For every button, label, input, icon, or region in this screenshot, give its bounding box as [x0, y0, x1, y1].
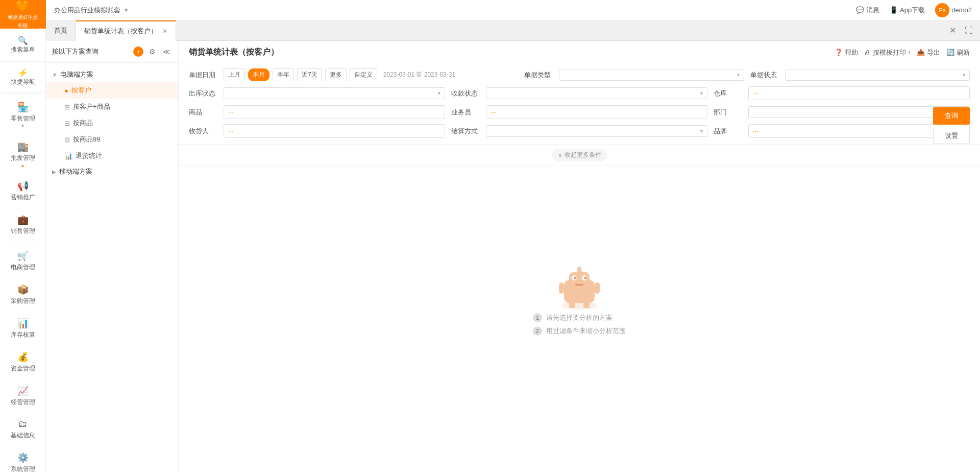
message-btn[interactable]: 💬 消息: [856, 6, 879, 15]
warehouse-field: 仓库 ···: [714, 86, 970, 100]
tip-num-1: 1: [533, 313, 542, 322]
customer-product-icon: ⊞: [64, 103, 70, 111]
query-btn[interactable]: 查询: [933, 107, 970, 125]
doc-type-select[interactable]: ▾: [559, 69, 744, 81]
receiver-select[interactable]: ···: [224, 124, 445, 138]
product-select[interactable]: ···: [224, 105, 445, 119]
system-name: 办公用品行业模拟账套: [54, 6, 120, 15]
product-placeholder: ···: [228, 108, 234, 116]
svg-point-13: [577, 267, 581, 271]
purchase-icon: 📦: [17, 284, 29, 295]
tab-sales-stats[interactable]: 销货单统计表（按客户） ✕: [76, 20, 176, 41]
doc-status-field: 单据状态 ▾: [750, 69, 970, 81]
settlement-arrow: ▾: [700, 128, 703, 134]
refresh-icon: 🔄: [946, 49, 954, 56]
add-scheme-btn[interactable]: +: [133, 46, 143, 57]
tree-child-return-stats[interactable]: 📊 退货统计: [46, 148, 178, 164]
sidebar-item-purchase[interactable]: 📦 采购管理: [0, 278, 45, 312]
retail-icon: 🏪: [17, 102, 29, 113]
sales-icon: 💼: [17, 214, 29, 225]
tree-child-by-customer-product-label: 按客户+商品: [73, 102, 110, 111]
date-btn-7days[interactable]: 近7天: [297, 68, 322, 81]
sidebar-item-quicknav[interactable]: ⚡ 快捷导航: [0, 62, 45, 93]
sidebar-item-search[interactable]: 🔍 搜索菜单: [0, 29, 45, 62]
tab-close-all-btn[interactable]: ✕: [946, 25, 959, 37]
brand-field: 品牌 ···: [714, 124, 970, 138]
sidebar-item-retail[interactable]: 🏪 零售管理 ▾: [0, 96, 45, 135]
sidebar-item-ecommerce[interactable]: 🛒 电商管理: [0, 244, 45, 278]
date-btn-custom[interactable]: 自定义: [350, 68, 377, 81]
empty-state: 1 请先选择要分析的方案 2 用过滤条件来缩小分析范围: [179, 166, 980, 472]
sidebar-item-inventory[interactable]: 📊 库存核算: [0, 312, 45, 345]
left-panel-actions: + ⚙ ≪: [133, 46, 172, 57]
warehouse-select[interactable]: ···: [748, 86, 970, 100]
salesperson-select[interactable]: ···: [486, 105, 707, 119]
receiver-placeholder: ···: [228, 127, 234, 135]
left-panel-title: 按以下方案查询: [52, 47, 99, 56]
query-btn-area: 查询 设置: [933, 107, 970, 144]
out-status-select[interactable]: ▾: [224, 87, 445, 99]
app-download-icon: 📱: [890, 6, 898, 14]
sidebar-item-basics[interactable]: 🗂 基础信息: [0, 413, 45, 446]
help-btn[interactable]: ❓ 帮助: [835, 48, 858, 57]
tree-child-by-product[interactable]: ⊟ 按商品: [46, 115, 178, 131]
doc-type-arrow: ▾: [737, 72, 740, 78]
refresh-btn[interactable]: 🔄 刷新: [946, 48, 970, 57]
date-btn-this-month[interactable]: 本月: [248, 68, 270, 81]
tree-child-by-customer[interactable]: ● 按客户: [46, 82, 178, 99]
sidebar-item-sales[interactable]: 💼 销售管理: [0, 208, 45, 242]
app-download-btn[interactable]: 📱 App下载: [890, 6, 925, 15]
user-name: demo2: [951, 6, 972, 14]
system-name-area[interactable]: 办公用品行业模拟账套 ▾: [54, 6, 128, 15]
tree-desktop-label: 电脑端方案: [60, 70, 93, 79]
tree-child-by-customer-label: 按客户: [71, 86, 91, 95]
brand-placeholder: ···: [753, 127, 758, 135]
template-print-btn[interactable]: 🖨 按模板打印 ▾: [864, 48, 911, 57]
sidebar-item-operations[interactable]: 📈 经营管理: [0, 379, 45, 413]
tree-desktop-header[interactable]: ▼ 电脑端方案: [46, 67, 178, 82]
svg-rect-10: [569, 300, 575, 308]
basics-icon: 🗂: [18, 419, 28, 430]
wholesale-icon: 🏬: [17, 141, 29, 152]
top-header: 办公用品行业模拟账套 ▾ 💬 消息 📱 App下载 Ea demo2: [46, 0, 980, 20]
product-icon: ⊟: [64, 120, 70, 127]
sidebar-item-marketing[interactable]: 📢 营销推广: [0, 174, 45, 208]
collapse-chevron: ∧: [558, 152, 562, 159]
sidebar-item-wholesale[interactable]: 🏬 批发管理 ▴: [0, 135, 45, 174]
department-label: 部门: [714, 108, 744, 117]
settings-scheme-btn[interactable]: ⚙: [146, 46, 158, 57]
message-icon: 💬: [856, 6, 864, 14]
tab-home[interactable]: 首页: [46, 20, 76, 41]
settings-btn[interactable]: 设置: [933, 128, 970, 144]
date-btn-last-month[interactable]: 上月: [224, 68, 245, 81]
main-area: 办公用品行业模拟账套 ▾ 💬 消息 📱 App下载 Ea demo2 首页: [46, 0, 980, 472]
settlement-select[interactable]: ▾: [486, 125, 707, 137]
tree-child-by-product-label: 按商品: [73, 119, 93, 128]
sidebar-item-system[interactable]: ⚙️ 系统管理: [0, 446, 45, 472]
tree-child-by-product-99[interactable]: ⊟ 按商品99: [46, 131, 178, 148]
app-logo: 🧡 畅捷通好生意 标版: [0, 0, 46, 29]
marketing-icon: 📢: [17, 180, 29, 192]
tree-mobile-header[interactable]: ▶ 移动端方案: [46, 164, 178, 179]
user-area[interactable]: Ea demo2: [935, 3, 972, 17]
export-btn[interactable]: 📤 导出: [917, 48, 940, 57]
tab-close-icon[interactable]: ✕: [162, 28, 167, 35]
tip-text-1: 请先选择要分析的方案: [546, 313, 612, 322]
tab-expand-btn[interactable]: ⛶: [963, 25, 975, 37]
product-field: 商品 ···: [189, 105, 445, 119]
help-icon: ❓: [835, 49, 843, 56]
collapse-panel-btn[interactable]: ≪: [161, 46, 172, 57]
right-panel-wrapper: 销货单统计表（按客户） ❓ 帮助 🖨 按模板打印 ▾ 📤: [179, 41, 980, 472]
date-btn-more[interactable]: 更多: [325, 68, 347, 81]
collapse-conditions-btn[interactable]: ∧ 收起更多条件: [552, 149, 607, 161]
template-print-label: 按模板打印: [873, 48, 906, 57]
left-panel-header: 按以下方案查询 + ⚙ ≪: [46, 41, 178, 63]
page-header-actions: ❓ 帮助 🖨 按模板打印 ▾ 📤 导出 🔄: [835, 48, 970, 57]
tree-child-by-customer-product[interactable]: ⊞ 按客户+商品: [46, 99, 178, 115]
doc-type-label: 单据类型: [524, 70, 555, 80]
page-title: 销货单统计表（按客户）: [189, 47, 279, 58]
doc-status-select[interactable]: ▾: [785, 69, 970, 81]
payment-status-select[interactable]: ▾: [486, 87, 707, 99]
sidebar-item-finance[interactable]: 💰 资金管理: [0, 345, 45, 379]
date-btn-this-year[interactable]: 本年: [273, 68, 294, 81]
